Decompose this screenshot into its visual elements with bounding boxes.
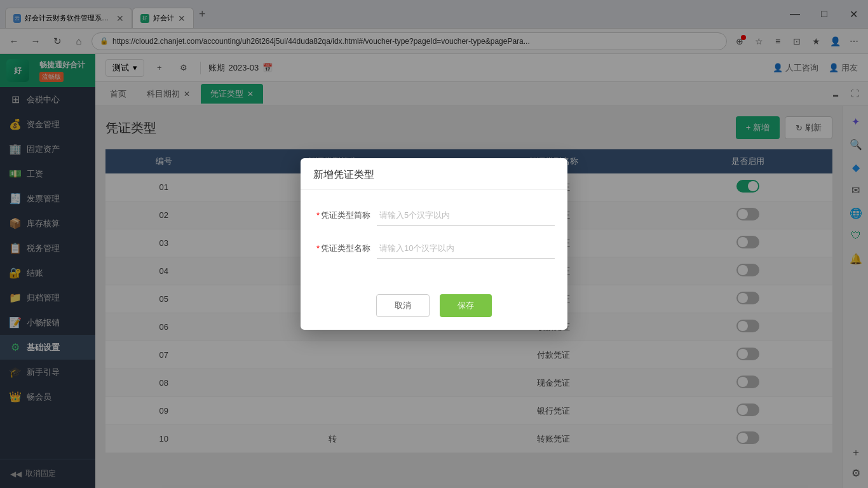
modal-body: *凭证类型简称 *凭证类型名称 [301, 190, 567, 287]
name-input[interactable] [377, 238, 555, 259]
form-row-short: *凭证类型简称 [313, 205, 555, 226]
cancel-button[interactable]: 取消 [376, 294, 430, 317]
modal-header: 新增凭证类型 [301, 158, 567, 190]
modal-title: 新增凭证类型 [313, 168, 374, 182]
add-voucher-type-modal: 新增凭证类型 *凭证类型简称 *凭证类型名称 取消 保存 [301, 158, 567, 330]
short-label: *凭证类型简称 [313, 210, 377, 221]
modal-overlay: 新增凭证类型 *凭证类型简称 *凭证类型名称 取消 保存 [0, 0, 868, 488]
required-indicator-1: * [316, 210, 320, 220]
save-button[interactable]: 保存 [440, 294, 492, 317]
name-label: *凭证类型名称 [313, 243, 377, 254]
short-input[interactable] [377, 205, 555, 226]
required-indicator-2: * [316, 243, 320, 253]
form-row-name: *凭证类型名称 [313, 238, 555, 259]
modal-footer: 取消 保存 [301, 287, 567, 330]
